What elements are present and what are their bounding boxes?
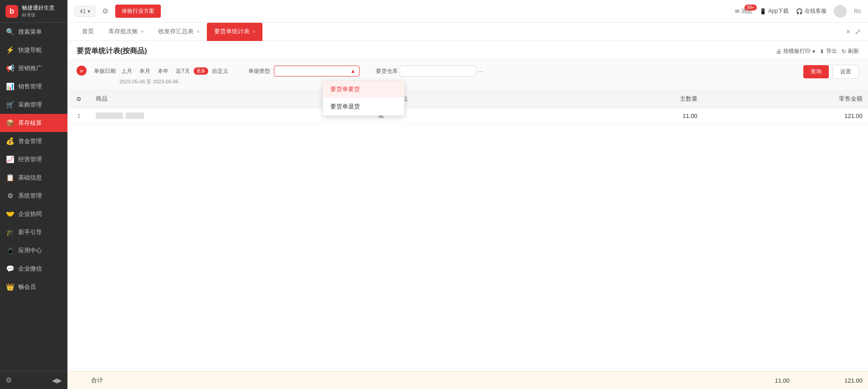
print-dropdown-icon: ▾ — [812, 48, 815, 55]
nav-label-basic-info: 基础信息 — [18, 174, 42, 182]
warehouse-filter-group: 要货仓库 ··· — [376, 65, 483, 77]
app-download-button[interactable]: 📱 App下载 — [760, 7, 789, 15]
dropdown-option-return[interactable]: 要货单退货 — [323, 98, 404, 115]
date-btn-last-month[interactable]: 上月 — [118, 66, 136, 77]
page-header: 要货单统计表(按商品) 🖨 按模板打印 ▾ ⬇ 导出 ↻ 刷新 — [67, 41, 868, 60]
date-more-badge[interactable]: 更多 — [194, 67, 208, 75]
print-button[interactable]: 🖨 按模板打印 ▾ — [776, 47, 815, 55]
expand-tabs-button[interactable]: ⤢ — [855, 27, 861, 36]
data-table: ⚙ 商品 主计量单位 主数量 零售金额 1 块 11.00 121.00 — [67, 90, 868, 124]
main-content: 41 ▾ ⚙ 体验行业方案 ✉ 消息 99+ 📱 App下载 🎧 在线客服 Ri… — [67, 0, 868, 389]
date-quick-buttons: 上月 本月 本年 近7天 更多 自定义 — [118, 66, 232, 77]
sidebar-nav: ⚡ 快捷导航 📢 营销推广 📊 销售管理 🛒 采购管理 📦 库存核算 💰 资金管… — [0, 41, 67, 371]
sidebar-logo: b 畅捷通好生意 标准版 — [0, 0, 67, 23]
industry-solution-button[interactable]: 体验行业方案 — [115, 5, 161, 18]
dropdown-option-order[interactable]: 要货单要货 — [323, 81, 404, 98]
topbar-right: ✉ 消息 99+ 📱 App下载 🎧 在线客服 Rit — [735, 5, 861, 18]
nav-icon-guide: 🎓 — [5, 228, 15, 237]
message-badge: 99+ — [745, 5, 757, 10]
phone-icon: 📱 — [760, 8, 766, 15]
nav-icon-system: ⚙ — [5, 191, 15, 200]
filter-settings-button[interactable]: 设置 — [832, 65, 859, 79]
topbar-gear-button[interactable]: ⚙ — [99, 5, 112, 18]
nav-icon-wechat: 💬 — [5, 264, 15, 273]
avatar[interactable] — [834, 5, 847, 18]
nav-label-quick-nav: 快捷导航 — [18, 46, 42, 54]
sidebar-item-basic-info[interactable]: 📋 基础信息 — [0, 169, 67, 187]
message-button[interactable]: ✉ 消息 99+ — [735, 7, 752, 15]
tab-home[interactable]: 首页 — [75, 23, 101, 41]
app-logo-icon: b — [5, 5, 18, 18]
sidebar-item-enterprise[interactable]: 🤝 企业协同 — [0, 205, 67, 223]
tab-close-order[interactable]: × — [252, 29, 255, 34]
date-btn-7days[interactable]: 近7天 — [172, 66, 194, 77]
sidebar-item-sales[interactable]: 📊 销售管理 — [0, 77, 67, 96]
table-header-row: ⚙ 商品 主计量单位 主数量 零售金额 — [67, 90, 868, 108]
message-icon: ✉ — [735, 8, 740, 15]
sidebar-item-purchase[interactable]: 🛒 采购管理 — [0, 96, 67, 114]
page-title: 要货单统计表(按商品) — [77, 46, 147, 56]
sidebar-item-member[interactable]: 👑 畅会员 — [0, 278, 67, 296]
sidebar-bottom: ⚙ ◀▶ — [0, 371, 67, 389]
type-select-container: ▲ — [274, 66, 360, 77]
filter-expand-button[interactable]: » — [77, 66, 87, 76]
nav-label-enterprise: 企业协同 — [18, 210, 42, 218]
footer-total-label: 合计 — [73, 376, 164, 384]
sidebar-item-guide[interactable]: 🎓 新手引导 — [0, 223, 67, 241]
nav-label-marketing: 营销推广 — [18, 64, 42, 72]
warehouse-input[interactable] — [400, 66, 476, 77]
settings-icon[interactable]: ⚙ — [5, 376, 12, 384]
col-header-settings[interactable]: ⚙ — [67, 90, 90, 108]
nav-icon-app-center: 📱 — [5, 246, 15, 255]
table-row: 1 块 11.00 121.00 — [67, 108, 868, 124]
filter-bar: » 单据日期 上月 本月 本年 近7天 更多 自定义 2023-05-06 至 … — [67, 60, 868, 90]
online-service-button[interactable]: 🎧 在线客服 — [796, 7, 827, 15]
sidebar-item-system[interactable]: ⚙ 系统管理 — [0, 187, 67, 205]
nav-icon-inventory: 📦 — [5, 118, 15, 128]
tabs-bar: 首页 库存批次账 × 收发存汇总表 × 要货单统计表 × × ⤢ — [67, 23, 868, 41]
refresh-icon: ↻ — [842, 48, 846, 55]
print-icon: 🖨 — [776, 48, 781, 55]
sidebar-item-inventory[interactable]: 📦 库存核算 — [0, 114, 67, 132]
nav-label-wechat: 企业微信 — [18, 265, 42, 273]
search-icon: 🔍 — [5, 27, 15, 36]
app-name: 畅捷通好生意 标准版 — [22, 5, 55, 18]
sidebar-item-finance[interactable]: 💰 资金管理 — [0, 132, 67, 150]
nav-label-finance: 资金管理 — [18, 137, 42, 145]
nav-label-app-center: 应用中心 — [18, 246, 42, 255]
sidebar-item-app-center[interactable]: 📱 应用中心 — [0, 241, 67, 260]
date-btn-this-year[interactable]: 本年 — [154, 66, 172, 77]
cell-amount-0: 121.00 — [703, 108, 868, 124]
type-select-input[interactable] — [274, 66, 360, 77]
headset-icon: 🎧 — [796, 8, 803, 15]
tab-close-collection[interactable]: × — [196, 29, 199, 34]
table-container: ⚙ 商品 主计量单位 主数量 零售金额 1 块 11.00 121.00 — [67, 90, 868, 371]
nav-icon-basic-info: 📋 — [5, 173, 15, 182]
footer-quantity: 11.00 — [735, 377, 790, 384]
nav-icon-member: 👑 — [5, 282, 15, 292]
tab-inventory-batch[interactable]: 库存批次账 × — [101, 23, 151, 41]
date-btn-this-month[interactable]: 本月 — [136, 66, 154, 77]
sidebar-item-marketing[interactable]: 📢 营销推广 — [0, 59, 67, 77]
warehouse-filter-label: 要货仓库 — [376, 65, 398, 77]
close-all-tabs-button[interactable]: × — [846, 28, 850, 36]
export-button[interactable]: ⬇ 导出 — [820, 47, 837, 55]
sidebar-item-quick-nav[interactable]: ⚡ 快捷导航 — [0, 41, 67, 59]
query-button[interactable]: 查询 — [803, 65, 829, 78]
date-filter-group: 单据日期 上月 本月 本年 近7天 更多 自定义 2023-05-06 至 20… — [94, 65, 232, 85]
breadcrumb-selector[interactable]: 41 ▾ — [75, 6, 95, 17]
refresh-button[interactable]: ↻ 刷新 — [842, 47, 859, 55]
warehouse-more-button[interactable]: ··· — [478, 67, 483, 75]
date-btn-custom[interactable]: 自定义 — [208, 66, 232, 77]
sidebar-item-operation[interactable]: 📈 经营管理 — [0, 150, 67, 169]
tab-collection-summary[interactable]: 收发存汇总表 × — [151, 23, 206, 41]
sidebar-item-wechat[interactable]: 💬 企业微信 — [0, 260, 67, 278]
export-icon: ⬇ — [820, 48, 824, 55]
collapse-icon[interactable]: ◀▶ — [52, 377, 62, 384]
tab-order-summary[interactable]: 要货单统计表 × — [207, 23, 262, 41]
cell-quantity-0: 11.00 — [566, 108, 703, 124]
search-menu[interactable]: 🔍 搜索菜单 — [0, 23, 67, 41]
tab-close-inventory-batch[interactable]: × — [141, 29, 144, 34]
nav-label-system: 系统管理 — [18, 192, 42, 200]
date-range-display: 2023-05-06 至 2023-06-06 — [94, 78, 232, 85]
